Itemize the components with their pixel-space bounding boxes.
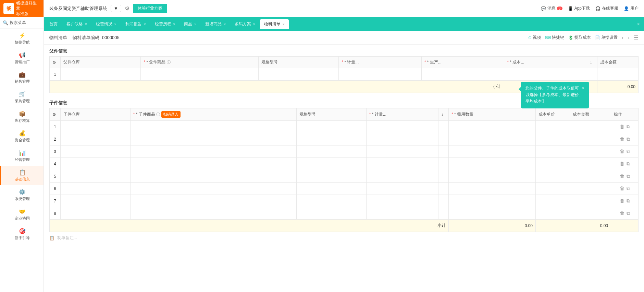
child-row-1-qty[interactable] [448, 121, 535, 133]
sidebar-nav-item-system[interactable]: ⚙️ 系统管理 [0, 185, 44, 205]
child-row-5-unit[interactable] [366, 170, 438, 183]
sidebar-nav-item-quick-nav[interactable]: ⚡ 快捷导航 [0, 29, 44, 48]
child-row-3-unit[interactable] [366, 145, 438, 158]
copy-row-6-button[interactable]: ⧉ [627, 186, 630, 191]
child-row-2-qty[interactable] [448, 133, 535, 145]
header-dropdown[interactable]: ▼ [111, 5, 121, 12]
child-row-3-unit-cost[interactable] [536, 145, 570, 158]
close-all-tabs-button[interactable]: × [634, 21, 643, 27]
child-row-2-warehouse[interactable] [61, 133, 131, 145]
child-row-8-warehouse[interactable] [61, 207, 131, 220]
sidebar-nav-item-purchase[interactable]: 🛒 采购管理 [0, 87, 44, 107]
child-th-gear[interactable]: ⚙ [50, 108, 61, 121]
search-menu-item[interactable]: 🔍 搜索菜单 [0, 17, 44, 29]
child-row-4-spec[interactable] [296, 158, 366, 170]
tab-barcode-close[interactable]: × [253, 22, 255, 26]
tab-customer[interactable]: 客户联络 × [62, 19, 91, 29]
child-row-3-qty[interactable] [448, 145, 535, 158]
child-row-5-spec[interactable] [296, 170, 366, 183]
tab-operation[interactable]: 经营情况 × [92, 19, 121, 29]
copy-row-7-button[interactable]: ⧉ [627, 198, 630, 204]
nav-next-button[interactable]: › [628, 35, 630, 41]
tab-bom[interactable]: 物料清单 × [260, 19, 289, 29]
parent-row-1-unit[interactable] [339, 68, 422, 81]
shortcut-button[interactable]: ⌨ 快捷键 [545, 35, 564, 40]
parent-row-1-spec[interactable] [258, 68, 338, 81]
copy-row-1-button[interactable]: ⧉ [627, 124, 630, 130]
delete-row-4-button[interactable]: 🗑 [620, 161, 624, 167]
tab-profit[interactable]: 利润报告 × [121, 19, 150, 29]
delete-row-7-button[interactable]: 🗑 [620, 198, 624, 204]
delete-row-8-button[interactable]: 🗑 [620, 210, 624, 216]
child-row-2-spec[interactable] [296, 133, 366, 145]
child-row-7-spec[interactable] [296, 195, 366, 207]
child-row-5-warehouse[interactable] [61, 170, 131, 183]
tab-history-close[interactable]: × [173, 22, 175, 26]
child-row-3-product[interactable] [130, 145, 296, 158]
parent-row-1-produce[interactable] [421, 68, 504, 81]
tab-barcode[interactable]: 条码方案 × [231, 19, 259, 29]
copy-row-5-button[interactable]: ⧉ [627, 173, 630, 179]
child-row-4-unit-cost[interactable] [536, 158, 570, 170]
nav-menu-button[interactable]: ☰ [634, 34, 639, 41]
child-row-7-unit-cost[interactable] [536, 195, 570, 207]
message-button[interactable]: 💬 消息 6 [541, 5, 562, 11]
child-row-7-unit[interactable] [366, 195, 438, 207]
delete-row-1-button[interactable]: 🗑 [620, 124, 624, 130]
child-row-1-unit[interactable] [366, 121, 438, 133]
delete-row-5-button[interactable]: 🗑 [620, 173, 624, 179]
parent-row-1-warehouse[interactable] [61, 68, 141, 81]
tab-customer-close[interactable]: × [85, 22, 87, 26]
child-row-8-unit-cost[interactable] [536, 207, 570, 220]
delete-row-2-button[interactable]: 🗑 [620, 136, 624, 142]
doc-settings-button[interactable]: 📄 单据设置 [595, 35, 618, 40]
child-row-6-product[interactable] [130, 183, 296, 195]
parent-row-1-cost[interactable] [504, 68, 587, 81]
child-row-6-warehouse[interactable] [61, 183, 131, 195]
child-row-2-product[interactable] [130, 133, 296, 145]
nav-prev-button[interactable]: ‹ [622, 35, 623, 41]
child-row-6-unit-cost[interactable] [536, 183, 570, 195]
trial-button[interactable]: 体验行业方案 [133, 4, 167, 13]
child-row-5-unit-cost[interactable] [536, 170, 570, 183]
tab-home[interactable]: 首页 [45, 19, 62, 29]
copy-row-8-button[interactable]: ⧉ [627, 210, 630, 216]
tab-goods-close[interactable]: × [194, 22, 196, 26]
child-row-4-product[interactable] [130, 158, 296, 170]
tab-operation-close[interactable]: × [114, 22, 116, 26]
child-row-4-warehouse[interactable] [61, 158, 131, 170]
sidebar-nav-item-ops[interactable]: 📊 经营管理 [0, 146, 44, 166]
sidebar-nav-item-collab[interactable]: 🤝 企业协同 [0, 205, 44, 224]
child-row-8-product[interactable] [130, 207, 296, 220]
child-row-5-product[interactable] [130, 170, 296, 183]
user-button[interactable]: 👤 用户 [624, 5, 639, 11]
child-row-6-unit[interactable] [366, 183, 438, 195]
copy-row-3-button[interactable]: ⧉ [627, 149, 630, 154]
tab-add-goods[interactable]: 新增商品 × [201, 19, 230, 29]
sidebar-nav-item-sales[interactable]: 💼 销售管理 [0, 68, 44, 87]
child-row-6-spec[interactable] [296, 183, 366, 195]
child-row-3-spec[interactable] [296, 145, 366, 158]
online-service-button[interactable]: 🎧 在线客服 [595, 5, 618, 11]
extract-cost-button[interactable]: 💲 提取成本 [568, 35, 591, 40]
child-row-1-warehouse[interactable] [61, 121, 131, 133]
scan-input-button[interactable]: 扫码录入 [161, 111, 181, 118]
tooltip-close-button[interactable]: × [582, 85, 584, 92]
delete-row-3-button[interactable]: 🗑 [620, 149, 624, 154]
child-row-7-warehouse[interactable] [61, 195, 131, 207]
tab-bom-close[interactable]: × [283, 22, 285, 26]
parent-row-1-product[interactable] [141, 68, 259, 81]
child-row-4-unit[interactable] [366, 158, 438, 170]
child-row-4-qty[interactable] [448, 158, 535, 170]
child-row-8-spec[interactable] [296, 207, 366, 220]
gear-button[interactable]: ⚙ [125, 5, 129, 12]
child-row-7-product[interactable] [130, 195, 296, 207]
child-row-8-qty[interactable] [448, 207, 535, 220]
child-row-2-unit[interactable] [366, 133, 438, 145]
app-download-button[interactable]: 📱 App下载 [568, 5, 590, 11]
tab-goods[interactable]: 商品 × [180, 19, 200, 29]
child-row-1-unit-cost[interactable] [536, 121, 570, 133]
child-row-1-spec[interactable] [296, 121, 366, 133]
child-row-6-qty[interactable] [448, 183, 535, 195]
sidebar-nav-item-inventory[interactable]: 📦 库存核算 [0, 107, 44, 127]
